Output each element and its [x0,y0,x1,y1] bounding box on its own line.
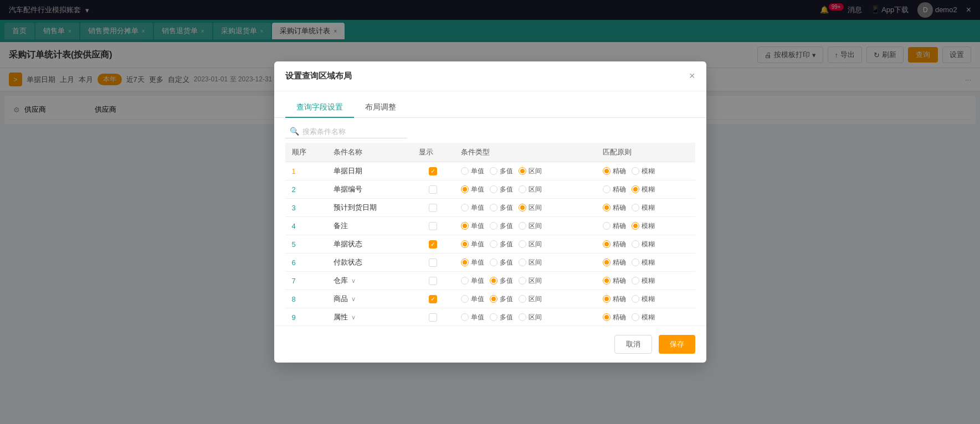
dialog-tab-layout-label: 布局调整 [365,102,396,111]
search-input[interactable] [302,127,402,129]
dialog-title: 设置查询区域布局 [285,71,352,81]
dialog-tab-query[interactable]: 查询字段设置 [285,98,354,118]
dialog: 设置查询区域布局 × 查询字段设置 布局调整 🔍 顺序 [274,61,706,128]
dialog-tab-layout[interactable]: 布局调整 [354,98,407,118]
dialog-header: 设置查询区域布局 × [274,61,706,91]
dialog-tabs: 查询字段设置 布局调整 [274,91,706,118]
search-wrap: 🔍 [285,125,407,128]
dialog-search-area: 🔍 [274,118,706,128]
dialog-close-button[interactable]: × [689,70,695,82]
search-icon: 🔍 [290,127,299,128]
overlay: 设置查询区域布局 × 查询字段设置 布局调整 🔍 顺序 [0,0,980,128]
dialog-tab-query-label: 查询字段设置 [296,102,343,111]
